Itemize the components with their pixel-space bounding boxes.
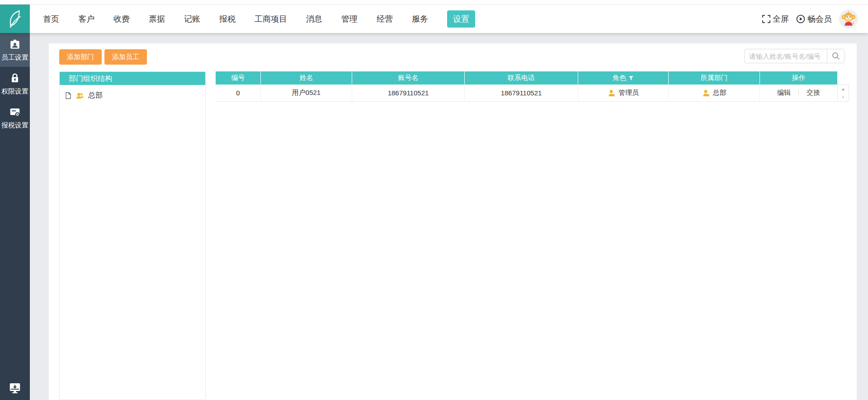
transfer-action-link[interactable]: 交接 — [807, 89, 820, 97]
search-button[interactable] — [827, 49, 844, 63]
fullscreen-icon — [762, 15, 770, 23]
tree-item-label: 总部 — [88, 91, 103, 100]
topbar-right-tools: 全屏 畅会员 — [762, 5, 858, 33]
nav-item-invoices[interactable]: 票据 — [149, 14, 165, 24]
nav-item-home[interactable]: 首页 — [43, 14, 59, 24]
sidebar-item-label: 权限设置 — [1, 87, 28, 96]
column-header-role: 角色 — [578, 71, 668, 85]
cell-account: 18679110521 — [352, 85, 464, 101]
nav-item-billing[interactable]: 收费 — [113, 14, 130, 24]
main-menu: 首页 客户 收费 票据 记账 报税 工商项目 消息 管理 经营 服务 设置 — [43, 5, 475, 33]
department-tree-panel: 部门组织结构 总部 — [59, 71, 206, 400]
column-header-account: 账号名 — [352, 71, 464, 85]
tax-card-icon — [9, 106, 21, 118]
nav-item-bookkeeping[interactable]: 记账 — [184, 14, 200, 24]
leaf-logo-icon — [6, 9, 24, 29]
nav-item-settings[interactable]: 设置 — [447, 10, 475, 28]
table-row: 0 用户0521 18679110521 18679110521 管理员 — [216, 85, 837, 102]
nav-item-customers[interactable]: 客户 — [78, 14, 94, 24]
sidebar-item-label: 报税设置 — [1, 121, 28, 130]
column-header-id: 编号 — [216, 71, 260, 85]
step-down-icon[interactable]: ▼ — [838, 93, 849, 101]
cell-role: 管理员 — [578, 85, 668, 101]
download-client-button[interactable] — [0, 381, 30, 395]
add-department-button[interactable]: 添加部门 — [59, 49, 102, 65]
add-employee-button[interactable]: 添加员工 — [104, 49, 147, 65]
action-divider — [798, 90, 799, 96]
cell-phone: 18679110521 — [464, 85, 578, 101]
cell-id: 0 — [216, 85, 260, 101]
file-icon — [65, 92, 72, 99]
tree-panel-title: 部门组织结构 — [60, 72, 205, 85]
cell-actions: 编辑 交接 — [760, 85, 837, 101]
sidebar-item-tax-settings[interactable]: 报税设置 — [0, 101, 30, 135]
tree-item-headquarters[interactable]: 总部 — [60, 88, 205, 103]
left-sidebar: 员工设置 权限设置 报税设置 — [0, 33, 30, 400]
column-header-department: 所属部门 — [668, 71, 760, 85]
download-client-icon — [8, 381, 22, 395]
employee-table: 编号 姓名 账号名 联系电话 角色 所属部门 操作 0 用户0521 18679… — [216, 71, 837, 102]
person-star-icon — [702, 89, 710, 97]
nav-item-messages[interactable]: 消息 — [306, 14, 322, 24]
nav-item-tax-filing[interactable]: 报税 — [219, 14, 236, 24]
search-input[interactable] — [745, 49, 827, 63]
sidebar-item-permission-settings[interactable]: 权限设置 — [0, 67, 30, 101]
top-navigation-bar: 首页 客户 收费 票据 记账 报税 工商项目 消息 管理 经营 服务 设置 全屏 — [0, 0, 868, 33]
table-header-row: 编号 姓名 账号名 联系电话 角色 所属部门 操作 — [216, 71, 837, 85]
app-logo[interactable] — [0, 5, 30, 33]
step-up-icon[interactable]: ▲ — [838, 85, 849, 93]
member-video-button[interactable]: 畅会员 — [796, 14, 832, 24]
fullscreen-label: 全屏 — [773, 14, 789, 24]
employee-badge-icon — [9, 38, 21, 50]
lock-icon — [9, 72, 21, 84]
fullscreen-button[interactable]: 全屏 — [762, 14, 789, 24]
cell-name: 用户0521 — [260, 85, 352, 101]
member-label: 畅会员 — [807, 14, 832, 24]
group-icon — [75, 91, 85, 100]
row-scroll-stepper: ▲ ▼ — [837, 85, 849, 102]
column-header-actions: 操作 — [760, 71, 837, 85]
nav-item-services[interactable]: 服务 — [412, 14, 428, 24]
filter-icon[interactable] — [628, 75, 634, 81]
cell-department: 总部 — [668, 85, 760, 101]
edit-action-link[interactable]: 编辑 — [777, 89, 791, 97]
content-card: 添加部门 添加员工 部门组织结构 — [49, 43, 857, 400]
user-avatar[interactable] — [839, 9, 858, 28]
column-header-name: 姓名 — [260, 71, 352, 85]
nav-item-management[interactable]: 管理 — [341, 14, 358, 24]
sidebar-item-employee-settings[interactable]: 员工设置 — [0, 33, 30, 67]
employee-search-box — [744, 49, 844, 63]
sidebar-item-label: 员工设置 — [1, 53, 28, 62]
column-header-phone: 联系电话 — [464, 71, 578, 85]
search-icon — [831, 52, 840, 61]
monkey-avatar-image — [839, 9, 858, 28]
nav-item-business-projects[interactable]: 工商项目 — [255, 14, 287, 24]
play-circle-icon — [796, 14, 805, 24]
nav-item-operations[interactable]: 经营 — [377, 14, 393, 24]
person-star-icon — [608, 89, 616, 97]
